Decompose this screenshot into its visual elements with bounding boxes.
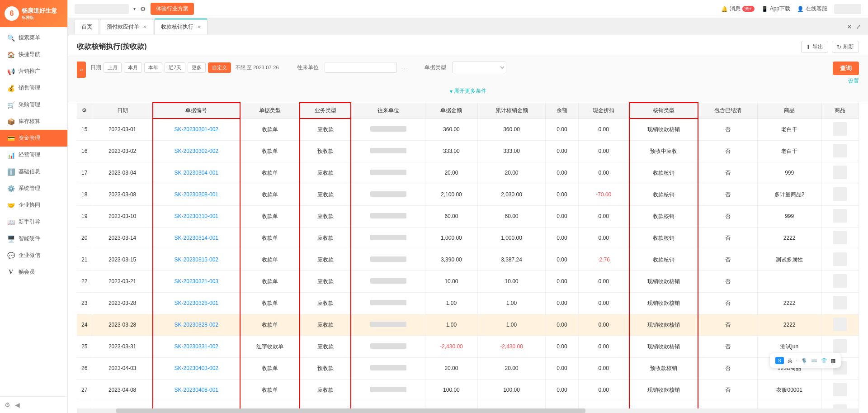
cell-date: 2023-03-31 [92, 336, 153, 357]
date-last-month[interactable]: 上月 [104, 62, 122, 73]
export-icon: ⬆ [806, 44, 811, 50]
date-this-year[interactable]: 本年 [144, 62, 162, 73]
sidebar-item-purchase[interactable]: 🛒 采购管理 [0, 96, 67, 113]
sidebar-item-wechat[interactable]: 💬 企业微信 [0, 247, 67, 264]
horizontal-scrollbar[interactable] [77, 408, 859, 413]
code-link[interactable]: SK-20230403-002 [175, 365, 218, 371]
date-7days[interactable]: 近7天 [165, 62, 185, 73]
code-link[interactable]: SK-20230331-002 [175, 343, 218, 350]
sidebar-item-hardware[interactable]: 🖥️ 智能硬件 [0, 230, 67, 247]
user-avatar[interactable] [834, 4, 861, 14]
sidebar-item-marketing[interactable]: 📢 营销推广 [0, 63, 67, 80]
receipt-type-select[interactable] [452, 62, 506, 73]
cell-partner [351, 227, 425, 249]
code-link[interactable]: SK-20230301-002 [175, 126, 218, 133]
cell-verify-type: 现销收款核销 [629, 271, 698, 292]
cell-code: SK-20230314-001 [153, 227, 240, 249]
code-link[interactable]: SK-20230308-001 [175, 191, 218, 198]
query-button[interactable]: 查询 [833, 62, 859, 75]
cell-product2 [821, 271, 859, 292]
sidebar-item-basics[interactable]: ℹ️ 基础信息 [0, 163, 67, 180]
partner-label: 往来单位 [297, 64, 319, 71]
collapse-icon[interactable]: ◀ [15, 401, 20, 408]
sidebar-item-shortcut[interactable]: 🏠 快捷导航 [0, 46, 67, 63]
date-custom[interactable]: 自定义 [208, 62, 231, 73]
cell-included: 否 [698, 379, 758, 401]
sidebar-item-search[interactable]: 🔍 搜索菜单 [0, 29, 67, 46]
watermark-text: 英 [788, 357, 793, 364]
code-link[interactable]: SK-20230328-002 [175, 322, 218, 328]
cell-cumulative: 10.00 [477, 271, 545, 292]
messages-label: 消息 [730, 5, 741, 13]
partner-input[interactable] [325, 62, 397, 73]
partner-dots[interactable]: ... [399, 64, 411, 71]
code-link[interactable]: SK-20230315-002 [175, 256, 218, 263]
cell-included: 否 [698, 336, 758, 357]
code-link[interactable]: SK-20230310-001 [175, 213, 218, 219]
refresh-button[interactable]: ↻ 刷新 [832, 41, 859, 53]
table-container[interactable]: ⚙ 日期 单据编号 单据类型 业务类型 往来单位 单据金额 累计核销金额 余额 … [68, 102, 868, 408]
code-link[interactable]: SK-20230302-002 [175, 148, 218, 154]
table-row: 20 2023-03-14 SK-20230314-001 收款单 应收款 1,… [77, 227, 859, 249]
sidebar-item-system[interactable]: ⚙️ 系统管理 [0, 180, 67, 197]
sidebar-item-sales[interactable]: 💰 销售管理 [0, 80, 67, 96]
company-selector[interactable] [75, 4, 129, 14]
date-more[interactable]: 更多 [188, 62, 206, 73]
table-row: 19 2023-03-10 SK-20230310-001 收款单 应收款 60… [77, 205, 859, 227]
tab-collection-close[interactable]: ✕ [197, 24, 201, 29]
maximize-icon[interactable]: ⤢ [856, 23, 861, 30]
cell-type: 收款单 [240, 184, 300, 205]
filter-dates: 上月 本月 本年 近7天 更多 自定义 [104, 62, 231, 73]
code-link[interactable]: SK-20230328-001 [175, 300, 218, 306]
cell-type: 收款单 [240, 227, 300, 249]
cell-discount: 0.00 [578, 205, 629, 227]
filter-toggle-button[interactable]: » [77, 62, 86, 78]
th-amount: 单据金额 [425, 103, 477, 119]
cell-biz-type: 应收款 [300, 205, 351, 227]
chevron-down-icon: ▾ [450, 88, 453, 95]
app-download-button[interactable]: 📱 App下载 [761, 5, 790, 13]
th-settings[interactable]: ⚙ [77, 103, 92, 119]
sidebar-item-member[interactable]: V 畅会员 [0, 264, 67, 280]
header-gear-icon[interactable]: ⚙ [140, 5, 146, 13]
code-link[interactable]: SK-20230321-003 [175, 278, 218, 285]
sidebar-item-inventory[interactable]: 📦 库存核算 [0, 113, 67, 130]
online-service-button[interactable]: 👤 在线客服 [797, 5, 827, 13]
code-link[interactable]: SK-20230314-001 [175, 235, 218, 241]
code-link[interactable]: SK-20230408-001 [175, 387, 218, 393]
code-link[interactable]: SK-20230304-001 [175, 170, 218, 176]
sidebar-item-operations[interactable]: 📊 经营管理 [0, 147, 67, 163]
th-product1: 商品 [757, 103, 821, 119]
sidebar-item-label: 采购管理 [19, 101, 40, 109]
cell-no: 27 [77, 379, 92, 401]
inventory-icon: 📦 [7, 118, 15, 125]
cell-date: 2023-03-28 [92, 292, 153, 314]
company-dropdown-arrow[interactable]: ▾ [133, 6, 136, 11]
cell-discount: -2.76 [578, 249, 629, 271]
cell-no: 16 [77, 140, 92, 162]
cell-date: 2023-03-28 [92, 314, 153, 336]
tab-home[interactable]: 首页 [75, 19, 99, 34]
industry-solution-button[interactable]: 体验行业方案 [151, 3, 194, 15]
cell-biz-type: 应收款 [300, 314, 351, 336]
sidebar-item-collab[interactable]: 🤝 企业协同 [0, 197, 67, 214]
settings-link[interactable]: 设置 [848, 77, 859, 85]
sidebar-item-label: 营销推广 [19, 67, 40, 75]
tab-collection[interactable]: 收款核销执行 ✕ [154, 19, 208, 34]
tab-prepay[interactable]: 预付款应付单 ✕ [100, 19, 153, 34]
sidebar-item-guide[interactable]: 📖 新手引导 [0, 214, 67, 230]
tab-prepay-close[interactable]: ✕ [143, 24, 146, 29]
cell-date: 2023-03-01 [92, 119, 153, 140]
sidebar-item-label: 基础信息 [19, 168, 40, 176]
sidebar-item-finance[interactable]: 💳 资金管理 [0, 130, 67, 147]
date-this-month[interactable]: 本月 [124, 62, 142, 73]
close-all-icon[interactable]: ✕ [847, 23, 852, 30]
messages-button[interactable]: 🔔 消息 99+ [721, 5, 755, 13]
export-button[interactable]: ⬆ 导出 [801, 41, 828, 53]
sidebar-item-label: 销售管理 [19, 84, 40, 92]
grid-icon: ⌨️ [811, 358, 817, 364]
th-discount: 现金折扣 [578, 103, 629, 119]
cell-product1 [757, 271, 821, 292]
settings-footer-icon[interactable]: ⚙ [5, 401, 10, 408]
expand-conditions-button[interactable]: ▾ 展开更多条件 [450, 87, 486, 95]
